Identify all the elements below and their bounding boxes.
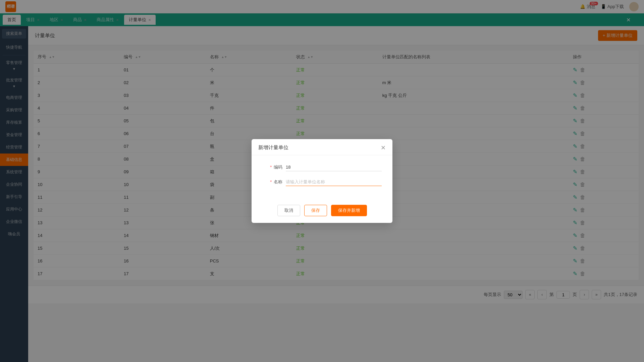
modal-overlay: 新增计量单位 ✕ * 编码 * 名称 取消 保存 保存并新增 xyxy=(0,0,644,362)
code-label: * 编码 xyxy=(262,164,282,170)
code-field-row: * 编码 xyxy=(262,163,382,171)
required-star-code: * xyxy=(270,165,272,170)
modal-header: 新增计量单位 ✕ xyxy=(252,139,392,155)
save-and-new-button[interactable]: 保存并新增 xyxy=(331,205,367,216)
add-unit-modal: 新增计量单位 ✕ * 编码 * 名称 取消 保存 保存并新增 xyxy=(252,139,392,223)
name-label: * 名称 xyxy=(262,179,282,185)
name-field-row: * 名称 xyxy=(262,178,382,186)
modal-close-button[interactable]: ✕ xyxy=(381,145,386,151)
modal-title: 新增计量单位 xyxy=(258,144,288,151)
required-star-name: * xyxy=(270,179,272,184)
modal-body: * 编码 * 名称 xyxy=(252,155,392,201)
name-input[interactable] xyxy=(286,178,382,186)
cancel-button[interactable]: 取消 xyxy=(277,205,300,216)
save-button[interactable]: 保存 xyxy=(304,205,327,216)
code-input[interactable] xyxy=(286,163,382,171)
modal-footer: 取消 保存 保存并新增 xyxy=(252,201,392,223)
